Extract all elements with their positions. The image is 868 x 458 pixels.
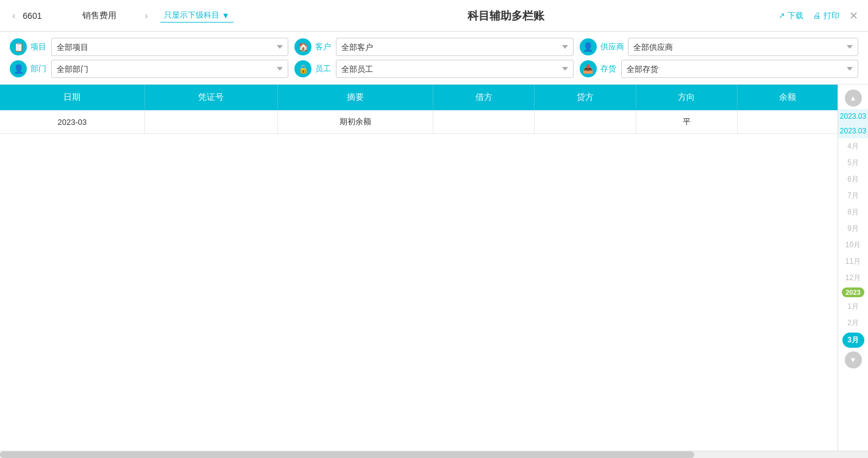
sidebar-month-4[interactable]: 4月 [838, 138, 868, 155]
inventory-select[interactable]: 全部存货 [621, 60, 858, 78]
col-debit: 借方 [433, 85, 534, 110]
right-sidebar: ▲ 2023.03 2023.03 4月 5月 6月 7月 8月 9月 10月 … [838, 85, 868, 451]
employee-label: 员工 [315, 63, 332, 74]
account-name-label: 销售费用 [82, 10, 137, 21]
download-label: 下载 [788, 10, 803, 21]
cell-credit [535, 110, 636, 134]
sidebar-month-12[interactable]: 12月 [838, 270, 868, 286]
sidebar-month-11[interactable]: 11月 [838, 253, 868, 270]
cell-date: 2023-03 [0, 110, 144, 134]
sidebar-month-3-active[interactable]: 3月 [842, 333, 864, 348]
print-icon: 🖨 [813, 11, 821, 20]
col-direction: 方向 [636, 85, 737, 110]
sidebar-month-6[interactable]: 6月 [838, 171, 868, 188]
table-container[interactable]: 日期 凭证号 摘要 借方 贷方 方向 余额 2023-03 期初余额 [0, 85, 838, 451]
sidebar-month-5[interactable]: 5月 [838, 155, 868, 171]
department-label: 部门 [30, 63, 48, 74]
nav-next-arrow[interactable]: › [142, 9, 150, 23]
page-title: 科目辅助多栏账 [238, 9, 774, 23]
cell-summary: 期初余额 [277, 110, 433, 134]
sidebar-up-arrow[interactable]: ▲ [845, 90, 862, 107]
employee-select[interactable]: 全部员工 [336, 60, 573, 78]
col-balance: 余额 [737, 85, 838, 110]
supplier-label: 供应商 [600, 41, 624, 52]
show-sub-label: 只显示下级科目 [164, 10, 219, 21]
filter-supplier: 👤 供应商 全部供应商 [580, 38, 858, 56]
inventory-label: 存货 [600, 63, 617, 74]
cell-balance [737, 110, 838, 134]
bottom-scrollbar[interactable] [0, 451, 868, 458]
col-summary: 摘要 [277, 85, 433, 110]
sidebar-month-2[interactable]: 2月 [838, 315, 868, 331]
supplier-icon: 👤 [580, 38, 597, 55]
filter-bar: 📋 项目 全部项目 🏠 客户 全部客户 👤 供应商 全部供应商 👤 部门 全 [0, 32, 868, 85]
filter-customer: 🏠 客户 全部客户 [294, 38, 573, 56]
inventory-icon: 📥 [580, 60, 597, 77]
account-code-label: 6601 [23, 11, 77, 21]
filter-project: 📋 项目 全部项目 [10, 38, 288, 56]
cell-voucher [144, 110, 277, 134]
nav-prev-arrow[interactable]: ‹ [10, 9, 18, 23]
project-label: 项目 [30, 41, 48, 52]
sidebar-month-9[interactable]: 9月 [838, 220, 868, 237]
department-select[interactable]: 全部部门 [51, 60, 288, 78]
customer-icon: 🏠 [294, 38, 311, 55]
sidebar-month-10[interactable]: 10月 [838, 237, 868, 253]
employee-icon: 🔒 [294, 60, 311, 77]
filter-employee: 🔒 员工 全部员工 [294, 60, 573, 78]
project-icon: 📋 [10, 38, 27, 55]
filter-inventory: 📥 存货 全部存货 [580, 60, 858, 78]
main-window: ‹ 6601 销售费用 › 只显示下级科目 ▼ 科目辅助多栏账 ↗ 下载 🖨 打… [0, 0, 868, 458]
sidebar-month-2023-03-top[interactable]: 2023.03 [838, 109, 868, 124]
sidebar-month-2023-03-bot[interactable]: 2023.03 [838, 124, 868, 138]
customer-label: 客户 [315, 41, 332, 52]
top-bar: ‹ 6601 销售费用 › 只显示下级科目 ▼ 科目辅助多栏账 ↗ 下载 🖨 打… [0, 0, 868, 32]
cell-direction: 平 [636, 110, 737, 134]
year-badge: 2023 [842, 287, 864, 297]
cell-debit [433, 110, 534, 134]
main-table: 日期 凭证号 摘要 借方 贷方 方向 余额 2023-03 期初余额 [0, 85, 838, 134]
close-button[interactable]: ✕ [849, 9, 858, 23]
filter-department: 👤 部门 全部部门 [10, 60, 288, 78]
download-button[interactable]: ↗ 下载 [778, 10, 803, 21]
project-select[interactable]: 全部项目 [51, 38, 288, 56]
show-sub-button[interactable]: 只显示下级科目 ▼ [160, 9, 233, 23]
customer-select[interactable]: 全部客户 [336, 38, 573, 56]
sidebar-month-8[interactable]: 8月 [838, 204, 868, 220]
scrollbar-thumb [0, 451, 694, 458]
top-actions: ↗ 下载 🖨 打印 [778, 10, 839, 21]
sidebar-month-7[interactable]: 7月 [838, 188, 868, 204]
col-voucher: 凭证号 [144, 85, 277, 110]
print-label: 打印 [824, 10, 839, 21]
show-sub-dropdown-icon: ▼ [222, 11, 230, 20]
print-button[interactable]: 🖨 打印 [813, 10, 839, 21]
sidebar-down-arrow[interactable]: ▼ [845, 351, 862, 368]
supplier-select[interactable]: 全部供应商 [628, 38, 858, 56]
col-date: 日期 [0, 85, 144, 110]
table-header-row: 日期 凭证号 摘要 借方 贷方 方向 余额 [0, 85, 838, 110]
sidebar-month-1[interactable]: 1月 [838, 298, 868, 315]
download-icon: ↗ [778, 11, 785, 20]
content-area: 日期 凭证号 摘要 借方 贷方 方向 余额 2023-03 期初余额 [0, 85, 868, 451]
department-icon: 👤 [10, 60, 27, 77]
table-row: 2023-03 期初余额 平 [0, 110, 838, 134]
col-credit: 贷方 [535, 85, 636, 110]
